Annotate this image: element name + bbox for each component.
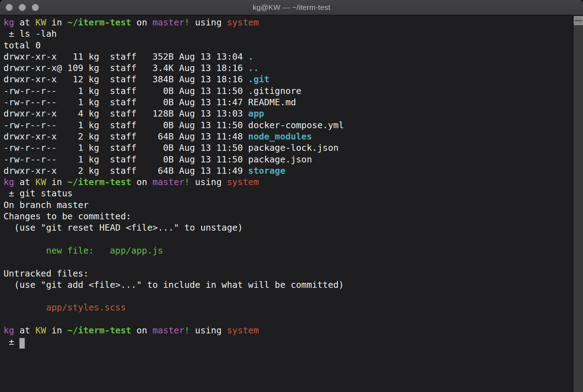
terminal-line: drwxr-xr-x 2 kg staff 64B Aug 13 11:48 n… [4, 131, 573, 142]
terminal-line: ± [4, 336, 573, 348]
close-button[interactable] [6, 4, 13, 11]
terminal-line: -rw-r--r-- 1 kg staff 0B Aug 13 11:50 do… [4, 120, 573, 131]
terminal-line: drwxr-xr-x 11 kg staff 352B Aug 13 13:04… [4, 51, 573, 63]
minimize-button[interactable] [19, 4, 26, 11]
terminal-line: kg at KW in ~/iterm-test on master! usin… [4, 177, 573, 188]
terminal-line: drwxr-xr-x 4 kg staff 128B Aug 13 13:03 … [4, 108, 573, 119]
terminal-line [4, 314, 573, 325]
terminal-line [4, 256, 573, 268]
terminal-line: ± ls -lah [4, 28, 573, 40]
terminal-line [4, 234, 573, 245]
terminal-line: (use "git reset HEAD <file>..." to unsta… [4, 222, 573, 233]
terminal-window: kg@KW — ~/iterm-test kg at KW in ~/iterm… [0, 0, 583, 392]
terminal-line: ± git status [4, 188, 573, 199]
zoom-button[interactable] [32, 4, 39, 11]
terminal-line: drwxr-xr-x 12 kg staff 384B Aug 13 18:16… [4, 74, 573, 85]
scrollbar[interactable] [573, 16, 583, 392]
terminal-line: -rw-r--r-- 1 kg staff 0B Aug 13 11:50 pa… [4, 142, 573, 154]
terminal-line: total 0 [4, 40, 573, 51]
scrollbar-marker-icon[interactable] [574, 16, 583, 25]
traffic-lights [6, 4, 39, 11]
terminal-line: kg at KW in ~/iterm-test on master! usin… [4, 17, 573, 28]
terminal-line: app/styles.scss [4, 302, 573, 313]
terminal-line: -rw-r--r-- 1 kg staff 0B Aug 13 11:50 pa… [4, 154, 573, 165]
terminal-line: -rw-r--r-- 1 kg staff 0B Aug 13 11:50 .g… [4, 85, 573, 97]
window-titlebar[interactable]: kg@KW — ~/iterm-test [0, 0, 583, 16]
terminal-line: Changes to be committed: [4, 211, 573, 222]
terminal-line: -rw-r--r-- 1 kg staff 0B Aug 13 11:47 RE… [4, 97, 573, 108]
terminal-line: Untracked files: [4, 268, 573, 279]
terminal-screen[interactable]: kg at KW in ~/iterm-test on master! usin… [0, 16, 573, 392]
terminal-line: (use "git add <file>..." to include in w… [4, 279, 573, 291]
terminal-line: On branch master [4, 200, 573, 211]
terminal-cursor [19, 338, 25, 349]
terminal-line: kg at KW in ~/iterm-test on master! usin… [4, 325, 573, 336]
window-title: kg@KW — ~/iterm-test [253, 3, 330, 12]
terminal-line: drwxr-xr-x 2 kg staff 64B Aug 13 11:49 s… [4, 165, 573, 177]
terminal-line [4, 291, 573, 302]
terminal-line: drwxr-xr-x@ 109 kg staff 3.4K Aug 13 18:… [4, 63, 573, 74]
terminal-line: new file: app/app.js [4, 245, 573, 256]
